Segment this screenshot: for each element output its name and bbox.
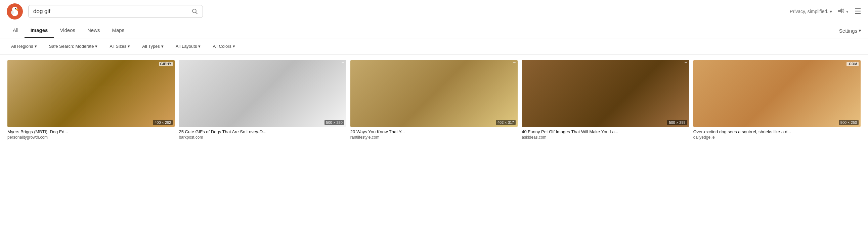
speaker-chevron-icon: ▾ [846, 9, 848, 14]
image-source-4: askideas.com [522, 135, 689, 140]
filter-bar: All Regions ▾ Safe Search: Moderate ▾ Al… [0, 38, 868, 55]
logo-circle [7, 3, 23, 20]
privacy-chevron-icon: ▾ [830, 9, 832, 14]
filter-regions-label: All Regions [11, 44, 33, 49]
header-right: Privacy, simplified. ▾ ▾ ☰ [790, 7, 861, 16]
image-grid: GIPHY 400 × 292 Myers Briggs (MBTI): Dog… [0, 55, 868, 140]
image-dim-3: 402 × 317 [496, 120, 516, 125]
image-badge-2 [342, 62, 344, 62]
search-icon [192, 8, 198, 15]
filter-sizes-label: All Sizes [110, 44, 126, 49]
settings-button[interactable]: Settings ▾ [839, 28, 861, 34]
hamburger-button[interactable]: ☰ [855, 7, 861, 16]
image-thumb-1: GIPHY 400 × 292 [7, 60, 175, 127]
logo-svg [8, 5, 21, 18]
settings-label: Settings [839, 28, 857, 34]
svg-marker-9 [838, 8, 842, 13]
image-title-2: 25 Cute GIFs of Dogs That Are So Lovey-D… [179, 129, 346, 134]
header: dog gif Privacy, simplified. ▾ ▾ ☰ [0, 0, 868, 23]
filter-sizes[interactable]: All Sizes ▾ [105, 42, 134, 51]
svg-point-4 [16, 8, 17, 9]
filter-sizes-chevron-icon: ▾ [128, 44, 130, 49]
image-dim-2: 500 × 280 [324, 120, 344, 125]
nav-tabs: All Images Videos News Maps Settings ▾ [0, 23, 868, 38]
search-bar[interactable]: dog gif [28, 5, 203, 18]
image-card-4[interactable]: 500 × 255 40 Funny Pet Gif Images That W… [522, 60, 689, 140]
filter-safesearch[interactable]: Safe Search: Moderate ▾ [45, 42, 102, 51]
filter-regions-chevron-icon: ▾ [35, 44, 37, 49]
tab-maps[interactable]: Maps [106, 23, 130, 38]
speaker-button[interactable]: ▾ [838, 8, 848, 15]
image-source-1: personalitygrowth.com [7, 135, 175, 140]
svg-line-8 [196, 12, 197, 14]
image-badge-3 [513, 62, 516, 62]
image-thumb-2: 500 × 280 [179, 60, 346, 127]
filter-colors[interactable]: All Colors ▾ [208, 42, 240, 51]
image-badge-1: GIPHY [159, 62, 173, 66]
svg-point-5 [16, 9, 19, 10]
filter-safesearch-label: Safe Search: Moderate [49, 44, 94, 49]
filter-layouts[interactable]: All Layouts ▾ [171, 42, 205, 51]
image-card-3[interactable]: 402 × 317 20 Ways You Know That Y... ran… [350, 60, 518, 140]
filter-types-label: All Types [142, 44, 160, 49]
filter-safesearch-chevron-icon: ▾ [95, 44, 97, 49]
hamburger-icon: ☰ [855, 7, 861, 16]
filter-regions[interactable]: All Regions ▾ [7, 42, 41, 51]
image-dim-5: 500 × 250 [839, 120, 859, 125]
search-input[interactable]: dog gif [33, 8, 189, 15]
filter-types-chevron-icon: ▾ [161, 44, 163, 49]
image-dim-1: 400 × 292 [153, 120, 173, 125]
filter-colors-chevron-icon: ▾ [233, 44, 235, 49]
filter-layouts-label: All Layouts [176, 44, 197, 49]
image-title-4: 40 Funny Pet Gif Images That Will Make Y… [522, 129, 689, 134]
image-thumb-4: 500 × 255 [522, 60, 689, 127]
tab-all[interactable]: All [7, 23, 25, 38]
image-title-1: Myers Briggs (MBTI): Dog Ed... [7, 129, 175, 134]
image-source-5: dailyedge.ie [693, 135, 861, 140]
image-thumb-5: .COM 500 × 250 [693, 60, 861, 127]
image-source-3: rantlifestyle.com [350, 135, 518, 140]
speaker-icon [838, 8, 845, 15]
privacy-label: Privacy, simplified. [790, 9, 828, 14]
image-badge-4 [685, 62, 687, 62]
image-badge-5: .COM [846, 62, 859, 66]
filter-types[interactable]: All Types ▾ [138, 42, 168, 51]
svg-rect-10 [51, 60, 131, 127]
logo[interactable] [7, 3, 23, 20]
image-card-1[interactable]: GIPHY 400 × 292 Myers Briggs (MBTI): Dog… [7, 60, 175, 140]
tab-news[interactable]: News [81, 23, 106, 38]
tab-images[interactable]: Images [25, 23, 54, 38]
image-card-2[interactable]: 500 × 280 25 Cute GIFs of Dogs That Are … [179, 60, 346, 140]
filter-layouts-chevron-icon: ▾ [198, 44, 200, 49]
image-card-5[interactable]: .COM 500 × 250 Over-excited dog sees a s… [693, 60, 861, 140]
image-title-3: 20 Ways You Know That Y... [350, 129, 518, 134]
image-thumb-3: 402 × 317 [350, 60, 518, 127]
tab-videos[interactable]: Videos [54, 23, 81, 38]
search-button[interactable] [192, 8, 198, 15]
svg-point-6 [11, 10, 14, 15]
filter-colors-label: All Colors [213, 44, 231, 49]
image-dim-4: 500 × 255 [667, 120, 687, 125]
privacy-button[interactable]: Privacy, simplified. ▾ [790, 9, 832, 14]
image-title-5: Over-excited dog sees a squirrel, shriek… [693, 129, 861, 134]
image-source-2: barkpost.com [179, 135, 346, 140]
settings-chevron-icon: ▾ [859, 28, 861, 34]
